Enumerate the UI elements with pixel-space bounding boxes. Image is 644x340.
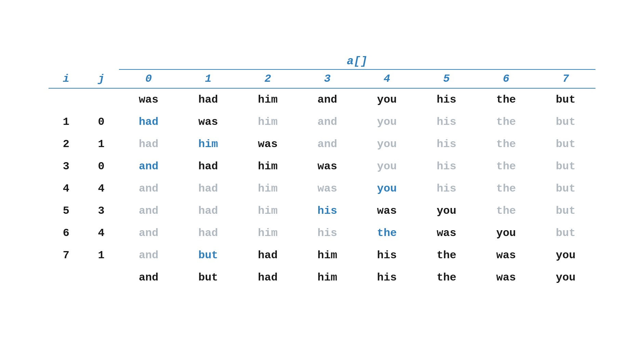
i-header: i xyxy=(49,69,84,88)
row-6-cell-0: and xyxy=(119,244,178,266)
header-row: a[] xyxy=(49,51,595,69)
init-cell-3: and xyxy=(297,88,357,111)
final-cell-0: and xyxy=(119,266,178,289)
col-1-header: 1 xyxy=(178,69,238,88)
row-1-i: 2 xyxy=(49,133,84,155)
row-6-j: 1 xyxy=(84,244,119,266)
row-4-cell-4: was xyxy=(357,200,417,222)
row-4-cell-7: but xyxy=(536,200,595,222)
init-cell-2: him xyxy=(238,88,297,111)
row-2-cell-4: you xyxy=(357,155,417,178)
row-5-cell-5: was xyxy=(417,222,476,244)
subheader-row: i j 0 1 2 3 4 5 6 7 xyxy=(49,69,595,88)
row-6-cell-4: his xyxy=(357,244,417,266)
row-4-cell-1: had xyxy=(178,200,238,222)
init-cell-1: had xyxy=(178,88,238,111)
table-row: 71andbuthadhimhisthewasyou xyxy=(49,244,595,266)
row-2-cell-5: his xyxy=(417,155,476,178)
col-5-header: 5 xyxy=(417,69,476,88)
init-cell-0: was xyxy=(119,88,178,111)
row-4-i: 5 xyxy=(49,200,84,222)
col-0-header: 0 xyxy=(119,69,178,88)
row-6-i: 7 xyxy=(49,244,84,266)
row-2-cell-0: and xyxy=(119,155,178,178)
init-cell-7: but xyxy=(536,88,595,111)
final-cell-1: but xyxy=(178,266,238,289)
row-5-cell-6: you xyxy=(476,222,536,244)
row-2-cell-1: had xyxy=(178,155,238,178)
j-header: j xyxy=(84,69,119,88)
table-row: 30andhadhimwasyouhisthebut xyxy=(49,155,595,178)
init-cell-6: the xyxy=(476,88,536,111)
table-row: 53andhadhimhiswasyouthebut xyxy=(49,200,595,222)
row-4-cell-5: you xyxy=(417,200,476,222)
row-0-cell-7: but xyxy=(536,111,595,133)
row-3-cell-6: the xyxy=(476,178,536,200)
row-4-cell-6: the xyxy=(476,200,536,222)
initial-row: washadhimandyouhisthebut xyxy=(49,88,595,111)
row-2-cell-7: but xyxy=(536,155,595,178)
row-3-i: 4 xyxy=(49,178,84,200)
col-4-header: 4 xyxy=(357,69,417,88)
row-0-cell-1: was xyxy=(178,111,238,133)
init-cell-4: you xyxy=(357,88,417,111)
final-row: andbuthadhimhisthewasyou xyxy=(49,266,595,289)
row-2-i: 3 xyxy=(49,155,84,178)
row-3-cell-0: and xyxy=(119,178,178,200)
row-3-cell-3: was xyxy=(297,178,357,200)
row-1-cell-5: his xyxy=(417,133,476,155)
col-7-header: 7 xyxy=(536,69,595,88)
final-i xyxy=(49,266,84,289)
row-6-cell-1: but xyxy=(178,244,238,266)
row-5-cell-3: his xyxy=(297,222,357,244)
row-6-cell-7: you xyxy=(536,244,595,266)
final-j xyxy=(84,266,119,289)
row-4-j: 3 xyxy=(84,200,119,222)
row-5-i: 6 xyxy=(49,222,84,244)
row-0-cell-3: and xyxy=(297,111,357,133)
row-2-cell-3: was xyxy=(297,155,357,178)
row-4-cell-2: him xyxy=(238,200,297,222)
row-1-cell-3: and xyxy=(297,133,357,155)
empty-header xyxy=(49,51,119,69)
row-1-cell-2: was xyxy=(238,133,297,155)
table-row: 10hadwashimandyouhisthebut xyxy=(49,111,595,133)
init-cell-5: his xyxy=(417,88,476,111)
row-1-j: 1 xyxy=(84,133,119,155)
row-5-cell-1: had xyxy=(178,222,238,244)
table-row: 64andhadhimhisthewasyoubut xyxy=(49,222,595,244)
row-3-cell-2: him xyxy=(238,178,297,200)
row-4-cell-3: his xyxy=(297,200,357,222)
row-6-cell-2: had xyxy=(238,244,297,266)
final-cell-5: the xyxy=(417,266,476,289)
row-0-cell-6: the xyxy=(476,111,536,133)
final-cell-7: you xyxy=(536,266,595,289)
row-5-j: 4 xyxy=(84,222,119,244)
row-2-cell-6: the xyxy=(476,155,536,178)
row-1-cell-7: but xyxy=(536,133,595,155)
init-j xyxy=(84,88,119,111)
row-2-j: 0 xyxy=(84,155,119,178)
array-header: a[] xyxy=(119,51,595,69)
row-5-cell-7: but xyxy=(536,222,595,244)
row-3-cell-5: his xyxy=(417,178,476,200)
table-row: 21hadhimwasandyouhisthebut xyxy=(49,133,595,155)
row-5-cell-2: him xyxy=(238,222,297,244)
row-1-cell-1: him xyxy=(178,133,238,155)
init-i xyxy=(49,88,84,111)
row-5-cell-4: the xyxy=(357,222,417,244)
table-row: 44andhadhimwasyouhisthebut xyxy=(49,178,595,200)
row-0-j: 0 xyxy=(84,111,119,133)
row-3-j: 4 xyxy=(84,178,119,200)
row-3-cell-4: you xyxy=(357,178,417,200)
main-container: a[] i j 0 1 2 3 4 5 6 7 washadhimandyouh… xyxy=(49,51,595,289)
row-3-cell-1: had xyxy=(178,178,238,200)
row-6-cell-5: the xyxy=(417,244,476,266)
col-6-header: 6 xyxy=(476,69,536,88)
row-4-cell-0: and xyxy=(119,200,178,222)
sorting-table: a[] i j 0 1 2 3 4 5 6 7 washadhimandyouh… xyxy=(49,51,595,289)
col-3-header: 3 xyxy=(297,69,357,88)
row-1-cell-6: the xyxy=(476,133,536,155)
row-0-cell-2: him xyxy=(238,111,297,133)
col-2-header: 2 xyxy=(238,69,297,88)
